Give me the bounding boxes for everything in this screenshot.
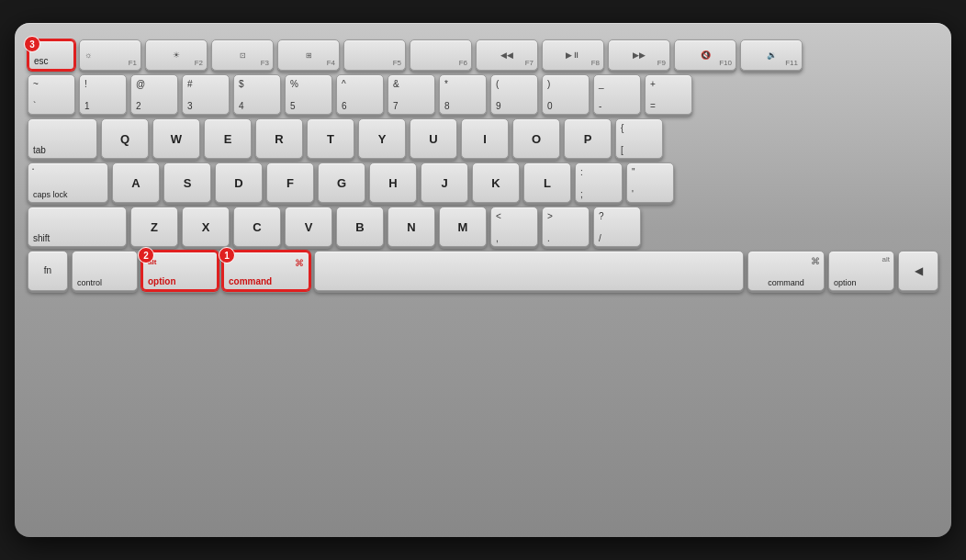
key-shift-left[interactable]: shift — [28, 207, 127, 247]
z-row: shift Z X C V B N M < , > . ? / — [28, 207, 938, 247]
badge-3: 3 — [24, 36, 40, 52]
key-slash[interactable]: ? / — [593, 207, 641, 247]
key-bracket-open[interactable]: { [ — [615, 118, 663, 159]
key-r[interactable]: R — [255, 118, 303, 159]
key-5[interactable]: % 5 — [285, 74, 332, 115]
key-f3[interactable]: ⊡ F3 — [211, 39, 274, 71]
key-e[interactable]: E — [204, 118, 252, 159]
key-quote[interactable]: " ' — [626, 162, 674, 203]
key-option-left[interactable]: 2 alt option — [141, 251, 219, 291]
key-f11[interactable]: 🔉 F11 — [740, 39, 803, 71]
key-p[interactable]: P — [564, 118, 612, 159]
num-row: ~ ` ! 1 @ 2 # 3 $ 4 % 5 ^ 6 & 7 — [28, 74, 938, 115]
key-2[interactable]: @ 2 — [130, 74, 178, 115]
key-control[interactable]: control — [72, 251, 138, 291]
key-tilde[interactable]: ~ ` — [28, 74, 75, 115]
key-f5[interactable]: F5 — [343, 39, 406, 71]
key-6[interactable]: ^ 6 — [336, 74, 384, 115]
key-option-right[interactable]: alt option — [828, 251, 894, 291]
key-y[interactable]: Y — [358, 118, 406, 159]
a-row: • caps lock A S D F G H J K L : ; " ' — [28, 162, 938, 203]
key-c[interactable]: C — [233, 207, 281, 247]
key-8[interactable]: * 8 — [439, 74, 487, 115]
badge-2: 2 — [138, 247, 154, 263]
key-1[interactable]: ! 1 — [79, 74, 127, 115]
key-3[interactable]: # 3 — [182, 74, 230, 115]
key-period[interactable]: > . — [542, 207, 590, 247]
key-arrow[interactable]: ◀ — [898, 251, 938, 291]
key-f9[interactable]: ▶▶ F9 — [608, 39, 670, 71]
key-u[interactable]: U — [410, 118, 457, 159]
key-t[interactable]: T — [307, 118, 354, 159]
key-l[interactable]: L — [523, 162, 571, 203]
key-g[interactable]: G — [318, 162, 365, 203]
key-z[interactable]: Z — [130, 207, 178, 247]
key-q[interactable]: Q — [101, 118, 149, 159]
key-b[interactable]: B — [336, 207, 384, 247]
bottom-row: fn control 2 alt option 1 ⌘ command ⌘ co… — [28, 251, 938, 291]
key-n[interactable]: N — [388, 207, 435, 247]
key-command-left[interactable]: 1 ⌘ command — [222, 251, 310, 291]
key-9[interactable]: ( 9 — [490, 74, 538, 115]
key-d[interactable]: D — [215, 162, 263, 203]
key-h[interactable]: H — [369, 162, 417, 203]
key-f2[interactable]: ☀ F2 — [145, 39, 208, 71]
key-space[interactable] — [314, 251, 744, 291]
key-f1[interactable]: ☼ F1 — [79, 39, 141, 71]
keyboard: 3 esc ☼ F1 ☀ F2 ⊡ F3 ⊞ F4 F5 F6 ◀◀ F7 — [15, 23, 951, 537]
fn-row: 3 esc ☼ F1 ☀ F2 ⊡ F3 ⊞ F4 F5 F6 ◀◀ F7 — [28, 39, 938, 71]
key-tab[interactable]: tab — [28, 118, 97, 159]
key-4[interactable]: $ 4 — [233, 74, 281, 115]
q-row: tab Q W E R T Y U I O P { [ — [28, 118, 938, 159]
key-minus[interactable]: _ - — [593, 74, 641, 115]
key-equals[interactable]: + = — [645, 74, 692, 115]
key-s[interactable]: S — [163, 162, 211, 203]
key-a[interactable]: A — [112, 162, 160, 203]
key-esc[interactable]: 3 esc — [28, 39, 75, 71]
key-7[interactable]: & 7 — [388, 74, 435, 115]
key-f8[interactable]: ▶⏸ F8 — [542, 39, 604, 71]
key-semicolon[interactable]: : ; — [575, 162, 623, 203]
key-comma[interactable]: < , — [490, 207, 538, 247]
key-fn[interactable]: fn — [28, 251, 68, 291]
key-w[interactable]: W — [152, 118, 200, 159]
key-o[interactable]: O — [512, 118, 560, 159]
key-f4[interactable]: ⊞ F4 — [277, 39, 340, 71]
key-v[interactable]: V — [285, 207, 332, 247]
key-k[interactable]: K — [472, 162, 520, 203]
key-i[interactable]: I — [461, 118, 509, 159]
badge-1: 1 — [219, 247, 235, 263]
esc-label: esc — [34, 57, 69, 66]
key-capslock[interactable]: • caps lock — [28, 162, 108, 203]
key-x[interactable]: X — [182, 207, 230, 247]
key-j[interactable]: J — [421, 162, 468, 203]
key-0[interactable]: ) 0 — [542, 74, 590, 115]
key-f10[interactable]: 🔇 F10 — [674, 39, 736, 71]
key-command-right[interactable]: ⌘ command — [747, 251, 825, 291]
key-m[interactable]: M — [439, 207, 487, 247]
key-f[interactable]: F — [266, 162, 314, 203]
key-f6[interactable]: F6 — [410, 39, 472, 71]
key-f7[interactable]: ◀◀ F7 — [476, 39, 538, 71]
